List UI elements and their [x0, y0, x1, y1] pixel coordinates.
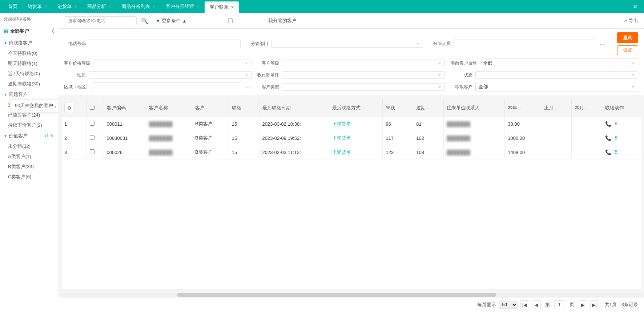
close-icon[interactable]: ✕: [44, 4, 47, 9]
more-conditions-button[interactable]: ▼ 更多条件 ▲: [153, 16, 190, 25]
filter-payment: 收付款条件 ▼: [257, 71, 445, 79]
tab-analysis-list[interactable]: 商品分析列表 ✕: [117, 0, 161, 13]
sidebar-item-declining[interactable]: 持续下滑客户(2): [0, 120, 58, 130]
sidebar-item-week-contact[interactable]: 近7天待联络(0): [0, 69, 58, 79]
table-settings-icon[interactable]: ⚙: [64, 103, 75, 113]
phone-action-icon[interactable]: 📞: [605, 121, 611, 127]
sidebar-item-tomorrow-contact[interactable]: 明天待联络(1): [0, 58, 58, 69]
last-page-button[interactable]: ▶|: [590, 300, 599, 309]
tab-customer-layer[interactable]: 客户分层经营 ✕: [161, 0, 205, 13]
chevron-down-icon: ▼: [438, 85, 442, 89]
filter-row-3: 性质 ▼ 收付款条件 ▼ 状态: [64, 71, 638, 79]
row-checkbox[interactable]: [90, 135, 94, 140]
close-icon[interactable]: ✕: [196, 4, 200, 9]
sidebar-item-a-class[interactable]: A类客户(1): [0, 151, 58, 162]
sidebar-group-pending[interactable]: ▼ 待联络客户: [0, 37, 58, 48]
tab-purchase[interactable]: 进货单 ✕: [52, 0, 82, 13]
customer-level-select[interactable]: ▼: [282, 60, 445, 67]
collapse-icon[interactable]: 《: [49, 28, 54, 35]
per-page-select[interactable]: 50 100 200: [499, 301, 518, 309]
zero-retail-attr-select[interactable]: 全部 ▼: [480, 58, 638, 68]
more-action-icon[interactable]: ⠿: [614, 121, 618, 127]
arrow-icon: ▼: [4, 41, 7, 45]
col-action: 联络动作: [602, 99, 641, 117]
search-icon[interactable]: 🔍: [141, 17, 148, 24]
col-uncontacted: 未联...: [383, 99, 413, 117]
first-page-button[interactable]: |◀: [520, 300, 529, 309]
last-method-link[interactable]: 下销货单: [332, 121, 351, 126]
col-settings[interactable]: ⚙: [61, 99, 86, 117]
filter-bar: 🔍 ▼ 更多条件 ▲ 我分管的客户 ↗ 导出: [58, 13, 644, 29]
sidebar-item-b-class[interactable]: B类客户(33): [0, 162, 58, 172]
sidebar: 🔍 ⊞ 全部客户 《 ▼ 待联络客户 今天待联络(0) 明天待联络(1) 近7天…: [0, 13, 58, 312]
filter-icon: ▼: [156, 18, 160, 24]
more-dots-area-icon[interactable]: ···: [244, 84, 251, 90]
close-icon[interactable]: ✕: [74, 4, 77, 9]
close-icon[interactable]: ✕: [108, 4, 112, 9]
tab-analysis[interactable]: 商品分析 ✕: [82, 0, 117, 13]
my-customers-checkbox[interactable]: 我分管的客户: [194, 17, 297, 24]
price-level-select[interactable]: ▼: [93, 60, 251, 67]
phone-action-icon[interactable]: 📞: [605, 149, 611, 155]
col-contact-count: 联络...: [229, 99, 259, 117]
sidebar-root-header: ⊞ 全部客户 《: [0, 25, 58, 37]
last-method-link[interactable]: 下销货单: [332, 149, 351, 155]
tab-customer-contact[interactable]: 客户联系 ✕: [205, 1, 239, 13]
my-customers-check[interactable]: [194, 19, 267, 23]
search-input[interactable]: [64, 16, 137, 25]
last-method-link[interactable]: 下销货单: [332, 135, 351, 141]
col-checkbox[interactable]: [86, 99, 104, 117]
edit-icon[interactable]: ✎: [50, 133, 54, 139]
department-select[interactable]: ▼: [271, 40, 423, 48]
prev-page-button[interactable]: ◀: [532, 300, 541, 309]
more-action-icon[interactable]: ⠿: [614, 149, 618, 155]
sidebar-group-problem[interactable]: ▼ 问题客户: [0, 89, 58, 100]
chevron-down-icon: ▼: [631, 85, 635, 89]
chevron-down-icon: ▼: [631, 61, 635, 65]
gender-select[interactable]: ▼: [89, 71, 251, 79]
sidebar-item-c-class[interactable]: C类客户(6): [0, 172, 58, 182]
phone-action-icon[interactable]: 📞: [605, 135, 611, 141]
sidebar-search-input[interactable]: [4, 16, 58, 21]
area-input[interactable]: [93, 82, 241, 91]
manager-input[interactable]: [454, 40, 595, 48]
tab-home[interactable]: 首页: [3, 0, 23, 13]
sidebar-item-ungrouped[interactable]: 未分组(32): [0, 141, 58, 151]
export-button[interactable]: ↗ 导出: [623, 17, 638, 24]
unit-contact-blurred: ███████: [447, 121, 470, 127]
window-close-button[interactable]: ✕: [629, 3, 641, 10]
filter-price-level: 客户价格等级 ▼: [64, 60, 251, 67]
filter-phone: 电话号码: [64, 40, 241, 48]
export-icon: ↗: [623, 18, 627, 24]
col-this-month: 本月...: [571, 99, 602, 117]
close-icon[interactable]: ✕: [231, 5, 234, 10]
next-page-button[interactable]: ▶: [579, 300, 587, 309]
sidebar-group-value[interactable]: ▼ 价值客户 ↺ ✎: [0, 130, 58, 141]
customer-type-select[interactable]: ▼: [282, 83, 445, 91]
query-button[interactable]: 查询: [617, 32, 638, 43]
row-checkbox[interactable]: [90, 149, 94, 154]
tab-sales[interactable]: 销货单 ✕: [23, 0, 52, 13]
zero-retail-select[interactable]: 全部 ▼: [475, 82, 638, 92]
select-all-checkbox[interactable]: [90, 105, 94, 110]
more-action-icon[interactable]: ⠿: [614, 135, 618, 141]
col-unit-contact: 往来单位联系人: [444, 99, 505, 117]
sidebar-item-today-contact[interactable]: 今天待联络(0): [0, 48, 58, 58]
status-select[interactable]: ▼: [475, 71, 638, 79]
row-checkbox[interactable]: [90, 121, 94, 126]
filter-customer-type: 客户类型 ▼: [257, 83, 445, 91]
filter-actions: 查询 设置: [617, 32, 638, 55]
scrollbar-thumb[interactable]: [177, 293, 496, 297]
sidebar-item-overdue-contact[interactable]: 逾期未联络(30): [0, 79, 58, 89]
settings-button[interactable]: 设置: [617, 45, 638, 55]
horizontal-scrollbar[interactable]: [61, 293, 641, 297]
page-number-input[interactable]: [554, 300, 565, 309]
col-this-year: 本年...: [505, 99, 541, 117]
refresh-icon[interactable]: ↺: [45, 133, 49, 139]
payment-select[interactable]: ▼: [282, 71, 445, 79]
phone-input[interactable]: [89, 40, 241, 48]
more-dots-icon[interactable]: ···: [598, 41, 605, 47]
filter-department: 分管部门 ▼: [246, 40, 423, 48]
unit-contact-blurred: ███████: [447, 150, 470, 155]
close-icon[interactable]: ✕: [152, 4, 156, 9]
